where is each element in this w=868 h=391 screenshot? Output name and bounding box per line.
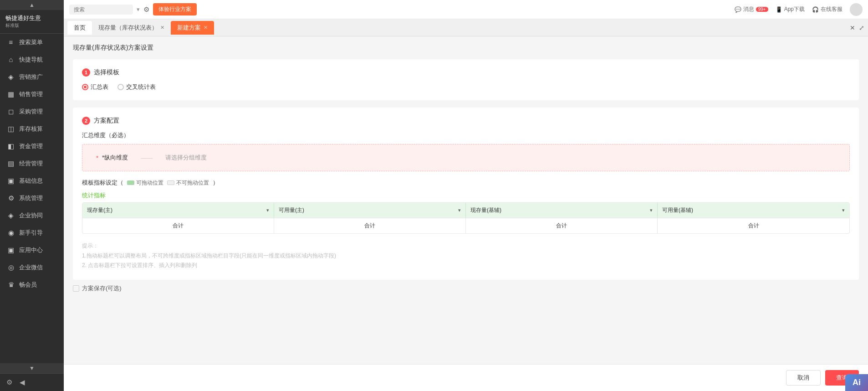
tabbar: 首页 现存量（库存状况表） ✕ 新建方案 ✕ ✕ ⤢ (64, 19, 868, 36)
save-option[interactable]: 方案保存(可选) (73, 280, 859, 297)
sidebar-item-marketing[interactable]: ◈ 营销推广 (0, 68, 64, 86)
sidebar-item-inventory[interactable]: ◫ 库存核算 (0, 120, 64, 138)
online-service-btn[interactable]: 🎧 在线客服 (812, 5, 842, 13)
non-draggable-legend-label: 不可拖动位置 (176, 179, 209, 187)
sidebar-item-basic-info[interactable]: ▣ 基础信息 (0, 172, 64, 190)
radio-summary-dot (82, 84, 88, 90)
col2-chevron-icon[interactable]: ▾ (650, 207, 653, 213)
message-badge: 99+ (756, 7, 768, 12)
tab-new-scheme[interactable]: 新建方案 ✕ (171, 21, 214, 35)
stats-col-1: 可用量(主) ▾ (274, 203, 466, 218)
message-label: 消息 (743, 5, 754, 13)
stats-col-0: 现存量(主) ▾ (82, 203, 274, 218)
step2-header: 2 方案配置 (82, 117, 850, 125)
stats-col-2: 现存量(基辅) ▾ (466, 203, 658, 218)
newbie-icon: ◉ (6, 229, 15, 237)
sidebar-item-operations[interactable]: ▤ 经营管理 (0, 155, 64, 172)
message-icon: 💬 (735, 6, 741, 13)
sidebar-logo: 畅捷通好生意 标准版 (0, 10, 64, 34)
dimension-area: * *纵向维度 —— 请选择分组维度 (82, 144, 850, 171)
radio-cross-dot (117, 84, 124, 90)
sidebar-item-label: 应用中心 (19, 246, 43, 254)
tip1: 1.拖动标题栏可以调整布局，不可跨维度或指标区域拖动栏目字段(只能在同一维度或指… (82, 252, 336, 259)
sidebar-item-label: 采购管理 (19, 108, 43, 116)
sidebar-item-enterprise[interactable]: ◈ 企业协同 (0, 207, 64, 224)
dim-arrow: —— (141, 154, 153, 161)
sidebar-item-label: 经营管理 (19, 159, 43, 168)
dim-placeholder[interactable]: 请选择分组维度 (165, 154, 207, 162)
stats-cell-1: 合计 (274, 218, 466, 233)
tab-home[interactable]: 首页 (67, 21, 92, 35)
radio-cross-label: 交叉统计表 (126, 83, 156, 91)
message-btn[interactable]: 💬 消息 99+ (735, 5, 768, 13)
tab-new-scheme-label: 新建方案 (177, 24, 201, 32)
step1-badge: 1 (82, 68, 90, 77)
tab-inventory-close-icon[interactable]: ✕ (160, 25, 164, 31)
app-download-btn[interactable]: 📱 App下载 (776, 5, 805, 13)
sidebar-item-system[interactable]: ⚙ 系统管理 (0, 190, 64, 207)
sidebar-item-label: 搜索菜单 (19, 38, 43, 46)
non-draggable-legend-box (167, 180, 174, 185)
stats-table-header: 现存量(主) ▾ 可用量(主) ▾ 现存量(基辅) ▾ (82, 203, 849, 218)
sidebar-item-sales[interactable]: ▦ 销售管理 (0, 86, 64, 103)
sidebar-item-weixin[interactable]: ◎ 企业微信 (0, 259, 64, 276)
settings-icon[interactable]: ⚙ (6, 378, 12, 386)
gear-icon[interactable]: ⚙ (143, 5, 149, 14)
sidebar-item-newbie[interactable]: ◉ 新手引导 (0, 224, 64, 242)
sidebar-item-purchase[interactable]: ◻ 采购管理 (0, 103, 64, 120)
ai-badge[interactable]: Ai (845, 374, 868, 391)
sidebar-item-label: 基础信息 (19, 177, 43, 185)
sidebar-item-label: 快捷导航 (19, 56, 43, 64)
draggable-legend-label: 可拖动位置 (136, 179, 163, 187)
industry-btn[interactable]: 体验行业方案 (153, 3, 197, 15)
stats-cell-3: 合计 (658, 218, 849, 233)
phone-icon: 📱 (776, 6, 782, 13)
stats-title: 统计指标 (82, 191, 850, 200)
dimension-label: 汇总维度（必选） (82, 131, 850, 139)
col0-chevron-icon[interactable]: ▾ (266, 207, 269, 213)
search-chevron-icon[interactable]: ▾ (137, 6, 140, 13)
sidebar-footer: ⚙ ◀ (0, 373, 64, 391)
sidebar-item-label: 系统管理 (19, 194, 43, 202)
close-window-icon[interactable]: ✕ (850, 24, 855, 31)
cancel-button[interactable]: 取消 (786, 370, 821, 386)
expand-icon[interactable]: ⤢ (859, 24, 864, 31)
stats-table-row: 合计 合计 合计 合计 (82, 218, 849, 233)
step2-badge: 2 (82, 117, 90, 125)
indicator-settings-label: 模板指标设定（ 可拖动位置 不可拖动位置 ） (82, 179, 850, 187)
sidebar-item-finance[interactable]: ◧ 资金管理 (0, 138, 64, 155)
page-title: 现存量(库存状况表)方案设置 (73, 44, 859, 52)
sidebar-item-label: 资金管理 (19, 142, 43, 150)
info-icon: ▣ (6, 177, 15, 185)
save-option-label: 方案保存(可选) (82, 284, 122, 293)
sidebar-item-member[interactable]: ♛ 畅会员 (0, 276, 64, 293)
tab-new-scheme-close-icon[interactable]: ✕ (204, 25, 208, 31)
avatar[interactable] (850, 3, 863, 16)
sidebar-item-quick-nav[interactable]: ⌂ 快捷导航 (0, 51, 64, 68)
radio-cross[interactable]: 交叉统计表 (117, 83, 156, 91)
col3-chevron-icon[interactable]: ▾ (842, 207, 845, 213)
sidebar-scroll-up[interactable]: ▲ (0, 0, 64, 10)
tab-inventory-status[interactable]: 现存量（库存状况表） ✕ (92, 21, 171, 35)
main-area: ▾ ⚙ 体验行业方案 💬 消息 99+ 📱 App下载 🎧 在线客服 首页 (64, 0, 868, 391)
step1-card: 1 选择模板 汇总表 交叉统计表 (73, 59, 859, 100)
search-input[interactable] (69, 5, 133, 15)
sidebar-item-label: 企业微信 (19, 263, 43, 272)
sidebar-item-app-center[interactable]: ▣ 应用中心 (0, 242, 64, 259)
radio-summary[interactable]: 汇总表 (82, 83, 108, 91)
content-scroll: 现存量(库存状况表)方案设置 1 选择模板 汇总表 交叉统计表 (64, 36, 868, 391)
stats-col-3: 可用量(基辅) ▾ (658, 203, 849, 218)
save-checkbox[interactable] (73, 285, 79, 292)
sidebar-item-label: 营销推广 (19, 73, 43, 81)
stats-section: 统计指标 现存量(主) ▾ 可用量(主) ▾ (82, 191, 850, 234)
step2-card: 2 方案配置 汇总维度（必选） * *纵向维度 —— 请选择分组维度 模板指标设… (73, 108, 859, 280)
col1-chevron-icon[interactable]: ▾ (458, 207, 461, 213)
app-name: 畅捷通好生意 (5, 15, 58, 22)
sidebar-item-search[interactable]: ≡ 搜索菜单 (0, 34, 64, 51)
headset-icon: 🎧 (812, 6, 819, 13)
collapse-icon[interactable]: ◀ (20, 378, 25, 386)
footer-bar: 取消 查询 (64, 364, 868, 391)
sidebar-scroll-down[interactable]: ▼ (0, 363, 64, 373)
gift-icon: ◈ (6, 73, 15, 81)
step2-title: 方案配置 (94, 117, 119, 125)
